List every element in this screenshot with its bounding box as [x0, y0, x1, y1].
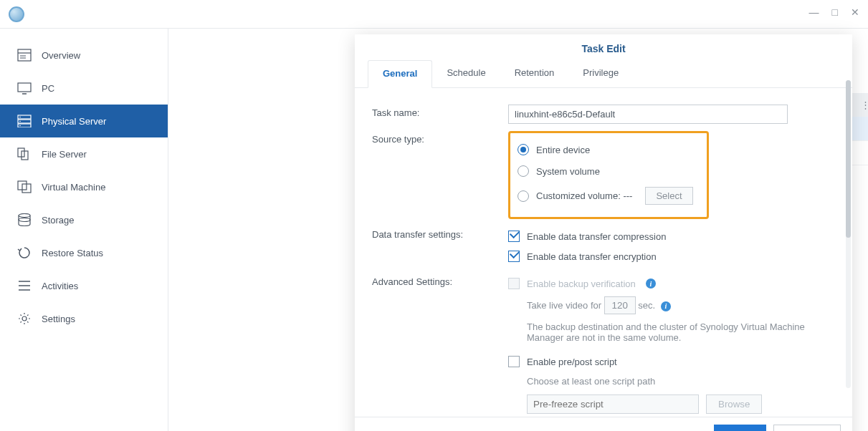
sidebar-item-restore-status[interactable]: Restore Status — [0, 236, 168, 269]
sidebar-item-label: Settings — [42, 314, 75, 324]
table-more-icon[interactable]: ⋮ — [854, 93, 868, 117]
checkbox-compression[interactable]: Enable data transfer compression — [508, 226, 835, 246]
browse-pre-button: Browse — [706, 394, 762, 414]
sidebar-item-overview[interactable]: Overview — [0, 39, 168, 72]
gear-icon — [17, 312, 32, 325]
volume-warning: The backup destination and the cluster o… — [527, 317, 828, 352]
checkbox-icon — [508, 278, 520, 289]
checkbox-encryption[interactable]: Enable data transfer encryption — [508, 246, 835, 266]
source-type-label: Source type: — [372, 131, 508, 145]
sidebar-item-label: Physical Server — [42, 116, 106, 127]
tab-schedule[interactable]: Schedule — [432, 60, 500, 87]
sidebar-item-pc[interactable]: PC — [0, 72, 168, 105]
checkbox-label: Enable pre/post script — [527, 357, 617, 367]
storage-icon — [17, 213, 32, 226]
script-help: Choose at least one script path — [527, 372, 835, 391]
info-icon[interactable]: i — [661, 301, 671, 311]
svg-rect-0 — [18, 49, 31, 61]
window-controls: — □ ✕ — [809, 7, 859, 17]
server-icon — [17, 115, 32, 127]
sidebar-item-label: PC — [42, 83, 54, 94]
checkbox-icon — [508, 251, 520, 262]
modal-body: Task name: Source type: Entire device — [355, 88, 852, 417]
info-icon[interactable]: i — [646, 279, 656, 289]
cancel-button[interactable]: Cancel — [773, 425, 841, 431]
modal-title: Task Edit — [355, 34, 852, 60]
radio-entire-device[interactable]: Entire device — [518, 139, 700, 160]
modal-footer: OK Cancel — [355, 417, 852, 431]
radio-label: Customized volume: --- — [536, 190, 632, 201]
titlebar: — □ ✕ — [0, 0, 868, 29]
vm-icon — [17, 180, 32, 193]
advanced-settings-label: Advanced Settings: — [372, 273, 508, 287]
maximize-icon[interactable]: □ — [832, 7, 838, 17]
tab-retention[interactable]: Retention — [500, 60, 569, 87]
svg-point-11 — [19, 125, 21, 127]
checkbox-icon — [508, 231, 520, 242]
minimize-icon[interactable]: — — [809, 7, 819, 17]
radio-icon — [518, 190, 529, 202]
sidebar-item-virtual-machine[interactable]: Virtual Machine — [0, 170, 168, 203]
overview-icon — [17, 49, 32, 62]
svg-point-9 — [19, 117, 21, 118]
sidebar-item-label: Virtual Machine — [42, 182, 105, 193]
task-name-input[interactable] — [508, 105, 788, 124]
checkbox-label: Enable data transfer compression — [527, 231, 666, 242]
close-icon[interactable]: ✕ — [851, 7, 859, 17]
radio-icon — [518, 144, 529, 155]
task-name-label: Task name: — [372, 105, 508, 124]
pc-icon — [17, 82, 32, 95]
sidebar-item-settings[interactable]: Settings — [0, 302, 168, 335]
live-video-suffix: sec. — [638, 300, 655, 311]
tab-general[interactable]: General — [368, 60, 432, 88]
svg-point-17 — [19, 218, 30, 222]
app-logo-icon — [9, 6, 24, 22]
sidebar-item-label: Storage — [42, 215, 75, 226]
sidebar-item-activities[interactable]: Activities — [0, 269, 168, 302]
data-transfer-label: Data transfer settings: — [372, 226, 508, 240]
content-area: up Status ⋮ d up ... Next backup time:05… — [168, 29, 868, 431]
task-edit-modal: Task Edit General Schedule Retention Pri… — [355, 34, 852, 431]
svg-point-16 — [19, 214, 30, 218]
svg-point-21 — [22, 316, 27, 321]
modal-tabs: General Schedule Retention Privilege — [355, 60, 852, 88]
checkbox-label: Enable data transfer encryption — [527, 251, 657, 262]
sidebar-item-storage[interactable]: Storage — [0, 203, 168, 236]
activities-icon — [17, 279, 32, 292]
main-area: Overview PC Physical Server File Server … — [0, 29, 868, 431]
source-type-radiogroup: Entire device System volume Customized v… — [508, 131, 709, 219]
sidebar-item-label: Activities — [42, 281, 78, 291]
checkbox-script[interactable]: Enable pre/post script — [508, 352, 835, 372]
live-video-seconds-input — [604, 296, 636, 314]
pre-freeze-input — [527, 394, 699, 414]
sidebar-item-label: Overview — [42, 50, 80, 61]
ok-button[interactable]: OK — [714, 425, 766, 431]
live-video-prefix: Take live video for — [527, 300, 601, 311]
sidebar-item-file-server[interactable]: File Server — [0, 137, 168, 170]
checkbox-label: Enable backup verification — [527, 279, 636, 289]
select-volume-button[interactable]: Select — [645, 187, 692, 205]
sidebar-item-label: File Server — [42, 149, 87, 160]
checkbox-icon — [508, 356, 520, 367]
radio-label: Entire device — [536, 145, 590, 155]
restore-icon — [17, 246, 32, 259]
scrollbar[interactable] — [846, 80, 851, 388]
scrollbar-thumb[interactable] — [846, 80, 851, 238]
tab-privilege[interactable]: Privilege — [568, 60, 633, 87]
radio-system-volume[interactable]: System volume — [518, 160, 700, 182]
sidebar-item-label: Restore Status — [42, 248, 103, 258]
file-server-icon — [17, 147, 32, 160]
svg-rect-4 — [18, 83, 31, 92]
radio-label: System volume — [536, 166, 600, 177]
radio-customized-volume[interactable]: Customized volume: --- Select — [518, 182, 700, 210]
svg-point-10 — [19, 121, 21, 122]
sidebar-item-physical-server[interactable]: Physical Server — [0, 105, 168, 137]
checkbox-verification: Enable backup verification i — [508, 273, 835, 294]
radio-icon — [518, 165, 529, 177]
sidebar: Overview PC Physical Server File Server … — [0, 29, 168, 431]
